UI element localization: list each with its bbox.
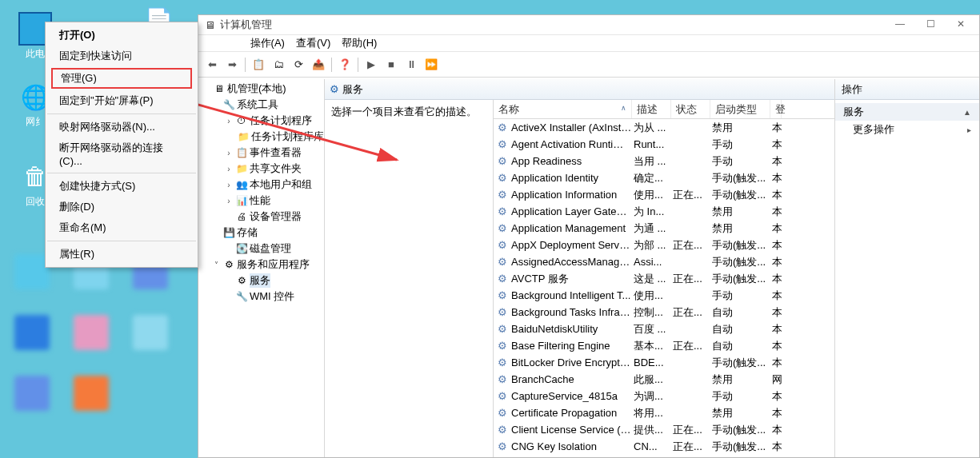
col-name[interactable]: 名称	[494, 100, 632, 118]
refresh-button[interactable]: ⟳	[290, 56, 307, 74]
svc-name: BranchCache	[511, 373, 632, 385]
restart-service-button[interactable]: ⏩	[422, 56, 440, 74]
icon-label: 回收	[26, 196, 45, 207]
stop-service-button[interactable]: ■	[382, 56, 400, 74]
svc-logon: 本	[770, 154, 782, 169]
tree-item[interactable]: 🔧WMI 控件	[198, 289, 324, 305]
service-row[interactable]: ⚙AppX Deployment Servic...为部 ...正在...手动(…	[494, 237, 834, 253]
tree-node-icon: 🖥	[213, 82, 226, 95]
service-row[interactable]: ⚙CaptureService_4815a为调...手动本	[494, 388, 834, 404]
pause-service-button[interactable]: ⏸	[402, 56, 420, 74]
ctx-delete[interactable]: 删除(D)	[46, 197, 197, 217]
expand-icon[interactable]: ›	[224, 165, 234, 173]
svc-name: AVCTP 服务	[511, 272, 632, 286]
service-row[interactable]: ⚙Background Intelligent T...使用...手动本	[494, 287, 834, 304]
svc-logon: 本	[770, 238, 782, 253]
ctx-rename[interactable]: 重命名(M)	[46, 217, 197, 238]
service-row[interactable]: ⚙Certificate Propagation将用...禁用本	[494, 404, 834, 421]
menu-2[interactable]: 查看(V)	[296, 36, 330, 50]
col-logon[interactable]: 登	[770, 100, 782, 118]
ctx-map[interactable]: 映射网络驱动器(N)...	[46, 117, 197, 137]
gear-icon: ⚙	[496, 373, 509, 386]
col-start[interactable]: 启动类型	[710, 100, 770, 118]
svc-status: 正在...	[671, 339, 710, 353]
expand-icon[interactable]: ˅	[211, 261, 221, 269]
tree-node-icon: 📋	[235, 146, 248, 159]
tree-item[interactable]: 💽磁盘管理	[198, 241, 324, 257]
svc-start: 手动(触发...	[710, 171, 770, 185]
service-row[interactable]: ⚙BranchCache此服...禁用网	[494, 371, 834, 388]
tree-pane[interactable]: 🖥机管理(本地)🔧系统工具›⏱任务计划程序📁任务计划程库库›📋事件查看器›📁共享…	[198, 79, 325, 457]
actions-more[interactable]: 更多操作 ▸	[835, 121, 979, 138]
service-row[interactable]: ⚙Client License Service (Cli...提供...正在..…	[494, 421, 834, 438]
ctx-open[interactable]: 打开(O)	[46, 25, 197, 46]
actions-group[interactable]: 服务 ▲	[835, 103, 979, 121]
ctx-pin-start[interactable]: 固定到"开始"屏幕(P)	[46, 90, 197, 111]
expand-icon[interactable]: ›	[224, 117, 234, 125]
service-row[interactable]: ⚙AssignedAccessManager...Assi...手动(触发...…	[494, 253, 834, 270]
ctx-pin-qa[interactable]: 固定到快速访问	[46, 46, 197, 66]
close-button[interactable]: ✕	[946, 15, 976, 33]
back-button[interactable]: ⬅	[203, 56, 221, 74]
ctx-disconnect[interactable]: 断开网络驱动器的连接(C)...	[46, 137, 197, 170]
svc-name: Base Filtering Engine	[511, 340, 632, 352]
ctx-shortcut[interactable]: 创建快捷方式(S)	[46, 176, 197, 197]
svc-start: 自动	[710, 322, 770, 337]
tree-item[interactable]: ›📋事件查看器	[198, 145, 324, 161]
service-row[interactable]: ⚙Base Filtering Engine基本...正在...自动本	[494, 337, 834, 354]
tree-item[interactable]: ›⏱任务计划程序	[198, 113, 324, 129]
service-row[interactable]: ⚙CNG Key IsolationCN...正在...手动(触发...本	[494, 438, 834, 455]
expand-icon[interactable]: ›	[224, 149, 234, 157]
tree-label: 共享文件夹	[250, 161, 302, 176]
maximize-button[interactable]: ☐	[915, 15, 946, 33]
tree-item[interactable]: ›📊性能	[198, 193, 324, 209]
svc-status: 正在...	[671, 305, 710, 320]
service-row[interactable]: ⚙BitLocker Drive Encryptio...BDE...手动(触发…	[494, 354, 834, 371]
titlebar[interactable]: 🖥 计算机管理 — ☐ ✕	[198, 15, 979, 34]
tree-item[interactable]: 💾存储	[198, 225, 324, 241]
expand-icon[interactable]: ›	[224, 181, 234, 189]
tree-item[interactable]: 📁任务计划程库库	[198, 129, 324, 145]
service-row[interactable]: ⚙Background Tasks Infras...控制...正在...自动本	[494, 304, 834, 321]
menu-1[interactable]: 操作(A)	[250, 36, 285, 50]
icon-label: 网纟	[26, 116, 45, 127]
service-row[interactable]: ⚙App Readiness当用 ...手动本	[494, 153, 834, 169]
start-service-button[interactable]: ▶	[362, 56, 380, 74]
service-row[interactable]: ⚙ActiveX Installer (AxInstSV)为从 ...禁用本	[494, 119, 834, 136]
ctx-props[interactable]: 属性(R)	[46, 244, 197, 265]
col-desc[interactable]: 描述	[632, 100, 671, 118]
export-button[interactable]: 📤	[310, 56, 327, 74]
service-row[interactable]: ⚙BaiduNetdiskUtility百度 ...自动本	[494, 321, 834, 337]
tree-item[interactable]: ›📁共享文件夹	[198, 161, 324, 177]
service-row[interactable]: ⚙AVCTP 服务这是 ...正在...手动(触发...本	[494, 270, 834, 287]
tree-item[interactable]: 🖥机管理(本地)	[198, 81, 324, 97]
up-button[interactable]: 📋	[250, 56, 267, 74]
service-row[interactable]: ⚙Application Information使用...正在...手动(触发.…	[494, 186, 834, 203]
service-row[interactable]: ⚙Application Layer Gatewa...为 In...禁用本	[494, 203, 834, 220]
services-list[interactable]: ⚙ActiveX Installer (AxInstSV)为从 ...禁用本⚙A…	[494, 119, 834, 455]
center-header: ⚙ 服务	[325, 79, 834, 100]
forward-button[interactable]: ➡	[223, 56, 241, 74]
col-status[interactable]: 状态	[671, 100, 710, 118]
service-row[interactable]: ⚙Agent Activation Runtime...Runt...手动本	[494, 136, 834, 153]
service-row[interactable]: ⚙Application Management为通 ...禁用本	[494, 220, 834, 237]
svc-start: 禁用	[710, 121, 770, 135]
gear-icon: ⚙	[496, 440, 509, 453]
minimize-button[interactable]: —	[885, 15, 915, 33]
search-icon: ⚙	[330, 83, 339, 95]
service-row[interactable]: ⚙Application Identity确定...手动(触发...本	[494, 169, 834, 186]
services-header[interactable]: 名称 描述 状态 启动类型 登	[494, 100, 834, 119]
menu-3[interactable]: 帮助(H)	[342, 36, 377, 50]
ctx-manage[interactable]: 管理(G)	[51, 68, 192, 89]
context-menu: 打开(O)固定到快速访问管理(G)固定到"开始"屏幕(P)映射网络驱动器(N).…	[45, 22, 198, 268]
props-button[interactable]: 🗂	[270, 56, 287, 74]
tree-item[interactable]: ⚙服务	[198, 273, 324, 289]
tree-item[interactable]: 🖨设备管理器	[198, 209, 324, 225]
tree-item[interactable]: ˅⚙服务和应用程序	[198, 257, 324, 273]
tree-node-icon: ⚙	[222, 258, 235, 271]
tree-item[interactable]: 🔧系统工具	[198, 97, 324, 113]
expand-icon[interactable]: ›	[224, 197, 234, 205]
help-button[interactable]: ❓	[336, 56, 354, 74]
gear-icon: ⚙	[496, 340, 509, 352]
tree-item[interactable]: ›👥本地用户和组	[198, 177, 324, 193]
